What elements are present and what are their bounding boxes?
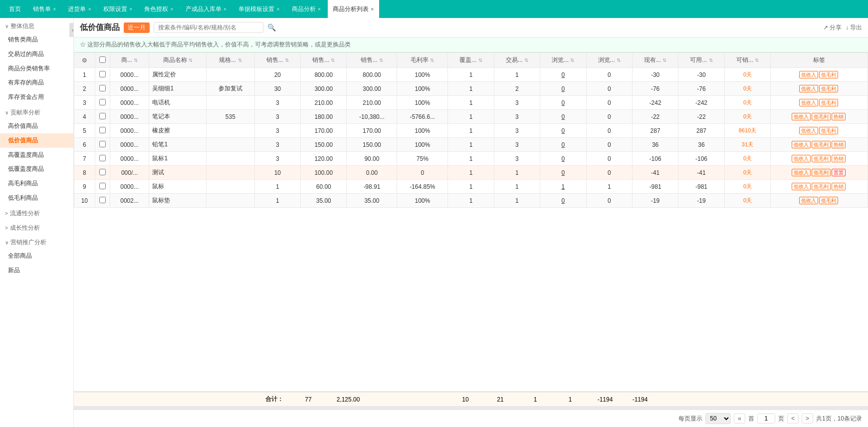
cell-checkbox[interactable] — [95, 180, 110, 194]
nav-product-storage-close[interactable]: × — [223, 6, 226, 12]
sidebar-item-low-margin[interactable]: 低毛利商品 — [0, 191, 73, 205]
cell-checkbox[interactable] — [95, 124, 110, 138]
col-settings[interactable]: ⚙ — [74, 53, 95, 68]
nav-purchase-order-close[interactable]: × — [88, 6, 91, 12]
row-checkbox[interactable] — [99, 99, 106, 105]
nav-sales-order-close[interactable]: × — [53, 6, 56, 12]
nav-product-storage[interactable]: 产成品入库单 × — [181, 0, 231, 18]
nav-product-analysis-list[interactable]: 商品分析列表 × — [328, 0, 379, 18]
cell-view1[interactable]: 0 — [540, 96, 586, 110]
nav-product-analysis-list-close[interactable]: × — [371, 6, 374, 12]
cell-checkbox[interactable] — [95, 152, 110, 166]
col-stock2[interactable]: 可用... ⇅ — [678, 53, 724, 68]
col-code[interactable]: 商... ⇅ — [110, 53, 149, 68]
row-checkbox[interactable] — [99, 197, 106, 203]
sidebar-collapse-btn[interactable]: « — [69, 23, 74, 37]
cell-view1[interactable]: 0 — [540, 166, 586, 180]
cell-name: 笔记本 — [149, 110, 207, 124]
page-size-select[interactable]: 50 100 200 — [705, 413, 731, 424]
cell-code: 000/... — [110, 166, 149, 180]
cell-view1[interactable]: 0 — [540, 194, 586, 208]
col-qty[interactable]: 销售... ⇅ — [254, 53, 300, 68]
nav-product-analysis-close[interactable]: × — [318, 6, 321, 12]
nav-template-setting-close[interactable]: × — [276, 6, 279, 12]
cell-qty: 20 — [254, 68, 300, 82]
first-page-btn[interactable]: « — [734, 414, 745, 424]
col-stock1[interactable]: 现有... ⇅ — [632, 53, 678, 68]
row-checkbox[interactable] — [99, 183, 106, 189]
sidebar-item-high-margin[interactable]: 高毛利商品 — [0, 176, 73, 191]
sidebar-item-new-products[interactable]: 新品 — [0, 263, 73, 278]
nav-role-auth-close[interactable]: × — [170, 6, 173, 12]
nav-permissions-close[interactable]: × — [129, 6, 132, 12]
share-button[interactable]: ↗ 分享 — [823, 23, 842, 32]
sidebar-group-marketing[interactable]: ∨ 营销推广分析 — [0, 234, 73, 249]
row-checkbox[interactable] — [99, 71, 106, 77]
nav-home[interactable]: 首页 — [4, 0, 26, 18]
col-trade[interactable]: 交易... ⇅ — [494, 53, 540, 68]
cell-checkbox[interactable] — [95, 96, 110, 110]
sidebar-item-sales-products[interactable]: 销售类商品 — [0, 32, 73, 47]
row-checkbox[interactable] — [99, 141, 106, 147]
sidebar-item-high-coverage[interactable]: 高覆盖度商品 — [0, 148, 73, 162]
col-sale2[interactable]: 销售... ⇅ — [347, 53, 397, 68]
sidebar-group-overall[interactable]: ∨ 整体信息 — [0, 18, 73, 32]
sidebar-item-category-sales-rate[interactable]: 商品分类销售率 — [0, 61, 73, 76]
next-page-btn[interactable]: > — [802, 414, 813, 424]
cell-code: 0000... — [110, 68, 149, 82]
search-input[interactable] — [154, 22, 263, 33]
nav-permissions[interactable]: 权限设置 × — [98, 0, 137, 18]
sidebar-item-high-value[interactable]: 高价值商品 — [0, 119, 73, 133]
cell-view1[interactable]: 0 — [540, 82, 586, 96]
cell-stock1: -981 — [632, 180, 678, 194]
cell-checkbox[interactable] — [95, 82, 110, 96]
row-checkbox[interactable] — [99, 155, 106, 161]
sidebar-item-low-coverage[interactable]: 低覆盖度商品 — [0, 162, 73, 176]
sidebar-item-low-value[interactable]: 低价值商品 — [0, 133, 73, 148]
row-checkbox[interactable] — [99, 113, 106, 119]
cell-checkbox[interactable] — [95, 110, 110, 124]
nav-product-analysis[interactable]: 商品分析 × — [287, 0, 326, 18]
col-sale1[interactable]: 销售... ⇅ — [301, 53, 347, 68]
cell-checkbox[interactable] — [95, 166, 110, 180]
cell-days: 0天 — [724, 82, 770, 96]
nav-role-auth[interactable]: 角色授权 × — [139, 0, 178, 18]
row-checkbox[interactable] — [99, 169, 106, 175]
cell-view1[interactable]: 0 — [540, 110, 586, 124]
row-checkbox[interactable] — [99, 85, 106, 91]
col-margin-rate[interactable]: 毛利率 ⇅ — [397, 53, 448, 68]
cell-view1[interactable]: 1 — [540, 180, 586, 194]
export-button[interactable]: ↓ 导出 — [846, 23, 862, 32]
cell-trade: 3 — [494, 152, 540, 166]
nav-sales-order[interactable]: 销售单 × — [28, 0, 61, 18]
sidebar-group-contribution[interactable]: ∨ 贡献率分析 — [0, 104, 73, 119]
cell-view1[interactable]: 0 — [540, 68, 586, 82]
scroll-indicator[interactable] — [74, 406, 868, 410]
cell-checkbox[interactable] — [95, 194, 110, 208]
sidebar-group-circulation[interactable]: > 流通性分析 — [0, 205, 73, 220]
cell-checkbox[interactable] — [95, 68, 110, 82]
sidebar-item-stock-capital[interactable]: 库存资金占用 — [0, 90, 73, 104]
col-view2[interactable]: 浏览... ⇅ — [586, 53, 632, 68]
sidebar-item-all-products[interactable]: 全部商品 — [0, 249, 73, 263]
col-coverage[interactable]: 覆盖... ⇅ — [448, 53, 494, 68]
prev-page-btn[interactable]: < — [787, 414, 799, 424]
select-all-checkbox[interactable] — [99, 56, 106, 63]
col-view1[interactable]: 浏览... ⇅ — [540, 53, 586, 68]
nav-purchase-order[interactable]: 进货单 × — [63, 0, 96, 18]
search-button[interactable]: 🔍 — [267, 23, 276, 31]
page-input[interactable] — [757, 414, 775, 424]
cell-view1[interactable]: 0 — [540, 138, 586, 152]
sidebar-item-traded-products[interactable]: 交易过的商品 — [0, 47, 73, 61]
date-filter-button[interactable]: 近一月 — [124, 22, 150, 33]
sidebar-group-growth[interactable]: > 成长性分析 — [0, 220, 73, 234]
row-checkbox[interactable] — [99, 127, 106, 133]
cell-checkbox[interactable] — [95, 138, 110, 152]
cell-view1[interactable]: 0 — [540, 124, 586, 138]
col-days[interactable]: 可销... ⇅ — [724, 53, 770, 68]
col-spec[interactable]: 规格... ⇅ — [207, 53, 255, 68]
sidebar-item-stocked-products[interactable]: 有库存的商品 — [0, 75, 73, 90]
col-name[interactable]: 商品名称 ⇅ — [149, 53, 207, 68]
cell-view1[interactable]: 0 — [540, 152, 586, 166]
nav-template-setting[interactable]: 单据模板设置 × — [233, 0, 284, 18]
